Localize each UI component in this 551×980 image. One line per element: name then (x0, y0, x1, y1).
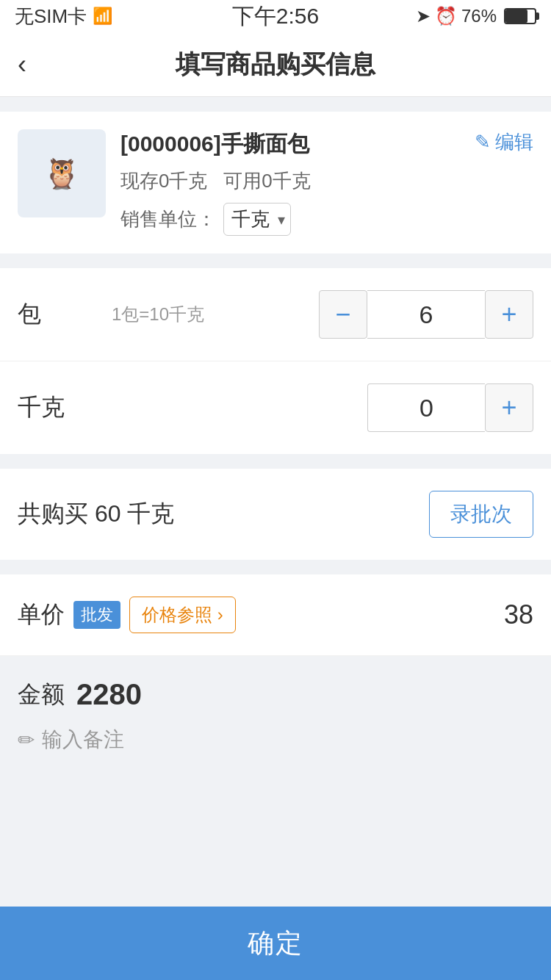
location-icon: ➤ (416, 6, 431, 26)
input-section: 包 1包=10千克 − + 千克 + (0, 268, 551, 454)
status-bar: 无SIM卡 📶 下午2:56 ➤ ⏰ 76% (0, 0, 551, 32)
status-right: ➤ ⏰ 76% (416, 6, 536, 26)
battery-icon (504, 8, 536, 24)
note-placeholder: 输入备注 (42, 726, 124, 754)
bao-input-row: 包 1包=10千克 − + (0, 268, 551, 361)
summary-text: 共购买 60 千克 (18, 498, 174, 530)
status-left: 无SIM卡 📶 (15, 4, 112, 29)
bao-sublabel: 1包=10千克 (112, 303, 204, 326)
summary-row: 共购买 60 千克 录批次 (0, 469, 551, 560)
note-icon: ✏ (18, 728, 35, 752)
confirm-button[interactable]: 确定 (0, 907, 551, 980)
unit-label: 销售单位： (120, 206, 216, 232)
edit-label: 编辑 (495, 129, 533, 155)
back-button[interactable]: ‹ (18, 49, 26, 80)
amount-section: 金额 2280 ✏ 输入备注 (0, 656, 551, 776)
product-unit-row: 销售单位： 千克 (120, 203, 533, 236)
amount-row: 金额 2280 (18, 678, 533, 726)
price-label: 单价 (18, 599, 65, 631)
bao-controls: − + (319, 290, 533, 339)
price-section: 单价 批发 价格参照 › 38 (0, 574, 551, 656)
bao-increment-button[interactable]: + (485, 290, 533, 339)
note-row[interactable]: ✏ 输入备注 (18, 726, 533, 776)
kg-controls: + (367, 383, 533, 432)
product-thumbnail: 🦉 (18, 129, 106, 217)
kg-label: 千克 (18, 392, 106, 424)
bao-input[interactable] (367, 290, 485, 339)
amount-value: 2280 (76, 678, 142, 711)
status-time: 下午2:56 (232, 1, 319, 32)
product-name: [0000006]手撕面包 (120, 129, 533, 159)
unit-select[interactable]: 千克 (223, 203, 291, 236)
bao-label: 包 (18, 298, 106, 331)
available-label: 可用0千克 (223, 170, 310, 192)
bao-decrement-button[interactable]: − (319, 290, 367, 339)
amount-label: 金额 (18, 679, 65, 711)
carrier-label: 无SIM卡 (15, 4, 87, 29)
price-left: 单价 批发 价格参照 › (18, 597, 236, 633)
product-info: [0000006]手撕面包 现存0千克 可用0千克 销售单位： 千克 (120, 129, 533, 236)
batch-tag: 批发 (73, 601, 120, 629)
nav-bar: ‹ 填写商品购买信息 (0, 32, 551, 97)
wifi-icon: 📶 (93, 7, 112, 26)
battery-label: 76% (461, 6, 497, 26)
page-title: 填写商品购买信息 (176, 48, 375, 82)
product-card: 🦉 [0000006]手撕面包 现存0千克 可用0千克 销售单位： 千克 ✎ 编… (0, 112, 551, 253)
price-value: 38 (504, 599, 533, 630)
unit-select-wrapper[interactable]: 千克 (223, 203, 291, 236)
kg-input-row: 千克 + (0, 361, 551, 454)
product-thumb-icon: 🦉 (43, 156, 80, 191)
product-stock: 现存0千克 可用0千克 (120, 168, 533, 194)
edit-icon: ✎ (475, 131, 491, 154)
alarm-icon: ⏰ (435, 6, 457, 26)
kg-increment-button[interactable]: + (485, 383, 533, 432)
edit-button[interactable]: ✎ 编辑 (475, 129, 533, 155)
stock-label: 现存0千克 (120, 170, 207, 192)
kg-input[interactable] (367, 383, 485, 432)
price-ref-button[interactable]: 价格参照 › (129, 597, 236, 633)
batch-button[interactable]: 录批次 (429, 491, 533, 538)
